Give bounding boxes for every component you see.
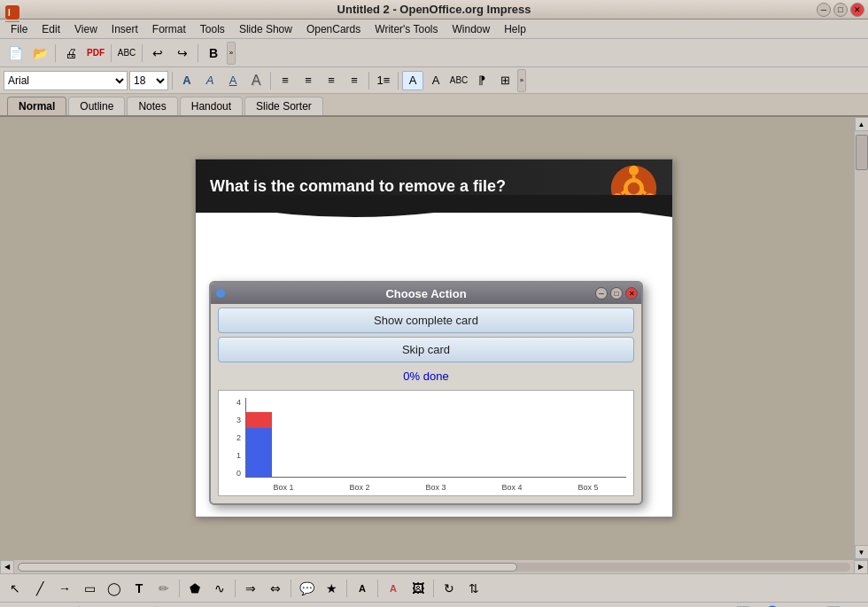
bold-button[interactable]: B <box>202 42 225 65</box>
align-left-button[interactable]: ≡ <box>275 71 296 90</box>
spellcheck-button[interactable]: ABC <box>115 42 138 65</box>
flowchart-tool[interactable]: ⇔ <box>264 577 287 600</box>
fontsize-selector[interactable]: 18 <box>129 71 168 90</box>
formattoolbar-expand[interactable]: » <box>517 69 526 92</box>
bar1-red <box>245 412 272 428</box>
blockarrow-tool[interactable]: ⇒ <box>239 577 262 600</box>
select-tool[interactable]: ↖ <box>4 577 27 600</box>
print-button[interactable]: 🖨 <box>59 42 82 65</box>
dialog-title: Choose Action <box>385 287 466 300</box>
maximize-button[interactable]: □ <box>833 3 848 17</box>
chart-y-labels: 4 3 2 1 0 <box>219 398 244 478</box>
tab-notes[interactable]: Notes <box>127 97 177 115</box>
snap-tool[interactable]: A <box>351 577 374 600</box>
scroll-thumb[interactable] <box>856 135 868 170</box>
main-area: What is the command to remove a file? <box>0 117 868 559</box>
slide-body <box>196 239 672 268</box>
chart-x-axis <box>245 477 626 478</box>
charformat-A-button[interactable]: A <box>402 71 423 90</box>
numbering-button[interactable]: 1≡ <box>373 71 394 90</box>
menu-item-view[interactable]: View <box>67 21 105 37</box>
close-button[interactable]: ✕ <box>850 3 864 17</box>
dialog-max-button[interactable]: □ <box>610 287 623 300</box>
app-icon: I <box>5 3 19 22</box>
menu-item-writer-s-tools[interactable]: Writer's Tools <box>368 21 445 37</box>
hscroll-thumb[interactable] <box>18 563 517 572</box>
more-fmt-button[interactable]: ⊞ <box>494 71 515 90</box>
scroll-down-button[interactable]: ▼ <box>855 545 869 559</box>
menu-item-file[interactable]: File <box>4 21 35 37</box>
line-tool[interactable]: ╱ <box>28 577 51 600</box>
window-title: Untitled 2 - OpenOffice.org Impress <box>337 3 531 16</box>
font-selector[interactable]: Arial <box>4 71 128 90</box>
svg-text:I: I <box>8 8 11 18</box>
hscroll-right-button[interactable]: ▶ <box>854 560 868 574</box>
callout-tool[interactable]: 💬 <box>295 577 318 600</box>
align-center-button[interactable]: ≡ <box>298 71 319 90</box>
flip-tool[interactable]: ⇅ <box>462 577 485 600</box>
toolbar-expand[interactable]: » <box>227 42 236 65</box>
horizontal-scrollbar: ◀ ▶ <box>0 559 868 573</box>
dialog-close-button[interactable]: ✕ <box>625 287 638 300</box>
underline-fmt-button[interactable]: A <box>222 71 244 90</box>
polygon-tool[interactable]: ⬟ <box>183 577 206 600</box>
charformat-B-button[interactable]: A <box>425 71 446 90</box>
fmt-sep2 <box>270 72 271 89</box>
rect-tool[interactable]: ▭ <box>78 577 101 600</box>
italic-fmt-button[interactable]: A <box>199 71 221 90</box>
text-tool[interactable]: T <box>128 577 151 600</box>
menu-item-tools[interactable]: Tools <box>193 21 232 37</box>
ellipse-tool[interactable]: ◯ <box>103 577 126 600</box>
shadow-fmt-button[interactable]: A <box>245 71 267 90</box>
open-button[interactable]: 📂 <box>28 42 51 65</box>
chart-bars <box>245 398 626 478</box>
tab-handout[interactable]: Handout <box>180 97 243 115</box>
menu-item-format[interactable]: Format <box>145 21 193 37</box>
menu-item-edit[interactable]: Edit <box>35 21 67 37</box>
draw-sep6 <box>433 580 434 597</box>
menu-item-window[interactable]: Window <box>446 21 498 37</box>
char-spacing-button[interactable]: ⁋ <box>471 71 492 90</box>
draw-sep4 <box>346 580 347 597</box>
show-card-button[interactable]: Show complete card <box>218 307 634 333</box>
justify-button[interactable]: ≡ <box>344 71 365 90</box>
hscroll-track[interactable] <box>18 563 850 572</box>
dialog-min-button[interactable]: ─ <box>595 287 608 300</box>
toolbar-sep4 <box>198 44 198 62</box>
image-tool[interactable]: 🖼 <box>407 577 430 600</box>
rotate-tool[interactable]: ↻ <box>438 577 461 600</box>
undo-button[interactable]: ↩ <box>146 42 169 65</box>
window-controls: ─ □ ✕ <box>817 3 864 17</box>
progress-text: 0% done <box>211 366 641 386</box>
hscroll-left-button[interactable]: ◀ <box>0 560 14 574</box>
redo-button[interactable]: ↪ <box>171 42 194 65</box>
menubar: FileEditViewInsertFormatToolsSlide ShowO… <box>0 19 868 39</box>
skip-card-button[interactable]: Skip card <box>218 337 634 362</box>
new-button[interactable]: 📄 <box>4 42 27 65</box>
fontwork-tool[interactable]: A <box>382 577 405 600</box>
tab-outline[interactable]: Outline <box>68 97 125 115</box>
fmt-sep1 <box>172 72 173 89</box>
dialog-titlebar: Choose Action ─ □ ✕ <box>211 283 641 304</box>
bar-stack-1 <box>245 412 272 478</box>
tab-slide-sorter[interactable]: Slide Sorter <box>244 97 323 115</box>
pdf-export-button[interactable]: PDF <box>84 42 107 65</box>
menu-item-insert[interactable]: Insert <box>105 21 145 37</box>
align-right-button[interactable]: ≡ <box>321 71 342 90</box>
view-tabs: Normal Outline Notes Handout Slide Sorte… <box>0 94 868 117</box>
spellcheck-inline-button[interactable]: ABC <box>448 71 469 90</box>
bold-fmt-button[interactable]: A <box>176 71 198 90</box>
toolbar-sep2 <box>111 44 112 62</box>
scroll-up-button[interactable]: ▲ <box>855 117 869 131</box>
formatting-toolbar: Arial 18 A A A A ≡ ≡ ≡ ≡ 1≡ A A ABC ⁋ ⊞ … <box>0 67 868 94</box>
menu-item-slide-show[interactable]: Slide Show <box>232 21 299 37</box>
tab-normal[interactable]: Normal <box>7 97 66 115</box>
minimize-button[interactable]: ─ <box>817 3 831 17</box>
menu-item-help[interactable]: Help <box>497 21 533 37</box>
lines-tool[interactable]: ∿ <box>208 577 231 600</box>
menu-item-opencards[interactable]: OpenCards <box>299 21 368 37</box>
arrow-tool[interactable]: → <box>53 577 76 600</box>
curve-tool[interactable]: ✏ <box>152 577 175 600</box>
star-tool[interactable]: ★ <box>320 577 343 600</box>
dialog-controls: ─ □ ✕ <box>595 287 638 300</box>
